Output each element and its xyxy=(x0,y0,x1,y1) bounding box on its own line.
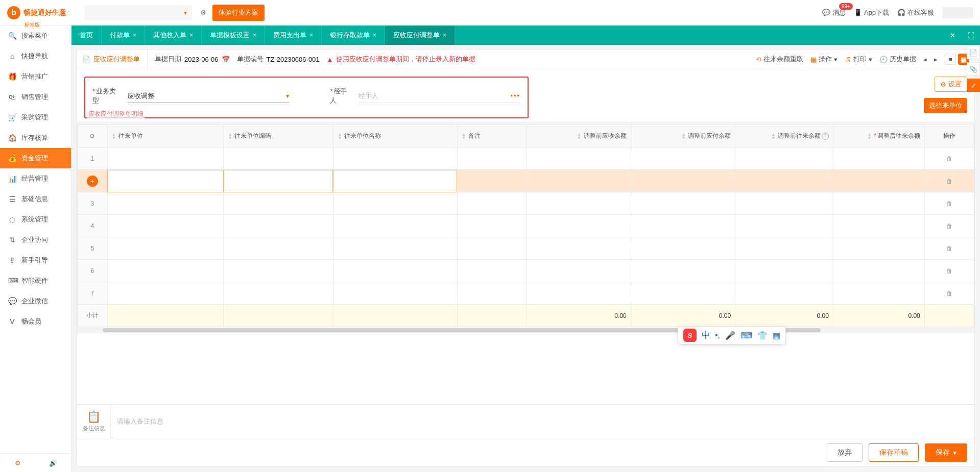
remark-input[interactable] xyxy=(111,405,974,438)
cell-pre-pay[interactable] xyxy=(631,170,735,192)
tab[interactable]: 付款单× xyxy=(102,26,145,45)
cell-pre-bal[interactable] xyxy=(735,215,833,237)
tab[interactable]: 银行存取款单× xyxy=(322,26,385,45)
close-icon[interactable]: × xyxy=(309,32,313,39)
rail-note-button[interactable]: 📄 xyxy=(967,46,980,59)
sidebar-collapse-button[interactable]: ⚙ xyxy=(0,454,36,472)
delete-row-button[interactable]: 🗑 xyxy=(946,178,952,185)
cell-unit[interactable] xyxy=(107,170,223,192)
rail-attach-button[interactable]: 📎 xyxy=(967,62,980,76)
cell-pre-bal[interactable] xyxy=(735,282,833,305)
close-icon[interactable]: × xyxy=(253,32,256,39)
delete-row-button[interactable]: 🗑 xyxy=(946,200,952,207)
cell-pre-pay[interactable] xyxy=(631,147,735,170)
col-post-bal[interactable]: ▲▼*调整后往来余额 xyxy=(833,125,924,147)
cell-pre-bal[interactable] xyxy=(735,260,833,282)
cell-pre-pay[interactable] xyxy=(631,215,735,237)
cell-pre-bal[interactable] xyxy=(735,147,833,170)
col-unit-code[interactable]: ▲▼往来单位编码 xyxy=(224,125,333,147)
ime-mic-icon[interactable]: 🎤 xyxy=(725,331,735,340)
cell-remark[interactable] xyxy=(457,260,526,282)
tab[interactable]: 单据模板设置× xyxy=(202,26,265,45)
ime-lang-icon[interactable]: 中 xyxy=(702,330,710,341)
cell-unit-code[interactable] xyxy=(224,147,333,170)
cell-unit-code[interactable] xyxy=(224,215,333,237)
cell-unit-name[interactable] xyxy=(333,215,457,237)
cell-unit-code[interactable] xyxy=(224,282,333,305)
operate-menu[interactable]: ▤操作 ▾ xyxy=(810,55,838,64)
cell-unit[interactable] xyxy=(107,260,223,282)
sidebar-item[interactable]: 📊经营管理 xyxy=(0,168,71,189)
help-icon[interactable]: ? xyxy=(822,133,829,140)
sidebar-item[interactable]: 💬企业微信 xyxy=(0,291,71,311)
cell-unit-name[interactable] xyxy=(333,237,457,260)
select-unit-button[interactable]: 选往来单位 xyxy=(924,98,967,113)
close-all-tabs-button[interactable]: ✕ xyxy=(943,32,962,39)
sidebar-item[interactable]: ⇅企业协同 xyxy=(0,230,71,250)
sidebar-item[interactable]: ⌂快捷导航 xyxy=(0,46,71,66)
tab[interactable]: 其他收入单× xyxy=(145,26,202,45)
cell-unit-name[interactable] xyxy=(333,147,457,170)
sidebar-item[interactable]: 🎁营销推广 xyxy=(0,66,71,87)
sidebar-item[interactable]: 💰资金管理 xyxy=(0,148,71,168)
next-button[interactable]: ▸ xyxy=(934,56,938,63)
cell-pre-pay[interactable] xyxy=(631,192,735,215)
handler-select[interactable]: 经手人 ••• xyxy=(358,89,520,103)
cell-post-bal[interactable] xyxy=(833,282,924,305)
tab[interactable]: 费用支出单× xyxy=(265,26,322,45)
col-pre-recv[interactable]: ▲▼调整前应收余额 xyxy=(527,125,631,147)
cell-remark[interactable] xyxy=(457,237,526,260)
col-gear[interactable]: ⚙ xyxy=(78,125,108,147)
col-unit[interactable]: ▲▼往来单位 xyxy=(107,125,223,147)
col-pre-pay[interactable]: ▲▼调整前应付余额 xyxy=(631,125,735,147)
table-row[interactable]: 3🗑 xyxy=(78,192,974,215)
cell-unit-code[interactable] xyxy=(224,237,333,260)
cell-pre-bal[interactable] xyxy=(735,170,833,192)
cell-unit[interactable] xyxy=(107,237,223,260)
table-row[interactable]: 4🗑 xyxy=(78,215,974,237)
table-row[interactable]: 5🗑 xyxy=(78,237,974,260)
cell-post-bal[interactable] xyxy=(833,237,924,260)
ime-toolbar[interactable]: S 中 •, 🎤 ⌨ 👕 ▦ xyxy=(678,326,786,344)
fullscreen-button[interactable]: ⛶ xyxy=(962,32,980,39)
ime-punct-icon[interactable]: •, xyxy=(715,331,720,340)
date-value[interactable]: 2023-06-06 xyxy=(184,56,219,63)
cell-post-bal[interactable] xyxy=(833,260,924,282)
table-row[interactable]: 6🗑 xyxy=(78,260,974,282)
discard-button[interactable]: 放弃 xyxy=(827,443,863,462)
cell-pre-recv[interactable] xyxy=(527,260,631,282)
regen-balance-button[interactable]: ⟲往来余额重取 xyxy=(756,55,803,64)
cell-remark[interactable] xyxy=(457,192,526,215)
table-row[interactable]: 1🗑 xyxy=(78,147,974,170)
cell-post-bal[interactable] xyxy=(833,147,924,170)
add-row-button[interactable]: + xyxy=(87,176,98,187)
history-button[interactable]: 🕘历史单据 xyxy=(879,55,916,64)
sidebar-item[interactable]: ⇪新手引导 xyxy=(0,250,71,270)
cell-pre-recv[interactable] xyxy=(527,170,631,192)
col-pre-bal[interactable]: ▲▼调整前往来余额? xyxy=(735,125,833,147)
messages-button[interactable]: 💬 消息 99+ xyxy=(822,8,846,17)
close-icon[interactable]: × xyxy=(443,32,446,39)
sidebar-item[interactable]: ☰基础信息 xyxy=(0,189,71,209)
user-menu[interactable] xyxy=(942,7,973,18)
sidebar-item[interactable]: 🛍销售管理 xyxy=(0,87,71,107)
cell-unit-code[interactable] xyxy=(224,192,333,215)
cell-unit-name[interactable] xyxy=(333,170,457,192)
online-service-button[interactable]: 🎧 在线客服 xyxy=(897,8,934,17)
app-download-button[interactable]: 📱 App下载 xyxy=(854,8,889,17)
cell-pre-recv[interactable] xyxy=(527,192,631,215)
ime-keyboard-icon[interactable]: ⌨ xyxy=(740,331,752,340)
cell-remark[interactable] xyxy=(457,215,526,237)
horizontal-scrollbar[interactable] xyxy=(77,327,974,333)
cell-pre-pay[interactable] xyxy=(631,282,735,305)
sidebar-item[interactable]: ⌨智能硬件 xyxy=(0,270,71,291)
cell-unit[interactable] xyxy=(107,215,223,237)
sidebar-item[interactable]: 🔍搜索菜单 xyxy=(0,26,71,46)
sidebar-item[interactable]: V畅会员 xyxy=(0,311,71,332)
table-row[interactable]: 7🗑 xyxy=(78,282,974,305)
cell-pre-bal[interactable] xyxy=(735,237,833,260)
cell-post-bal[interactable] xyxy=(833,192,924,215)
cell-pre-recv[interactable] xyxy=(527,147,631,170)
close-icon[interactable]: × xyxy=(189,32,193,39)
rail-expand-button[interactable]: ⤢ xyxy=(967,79,980,92)
